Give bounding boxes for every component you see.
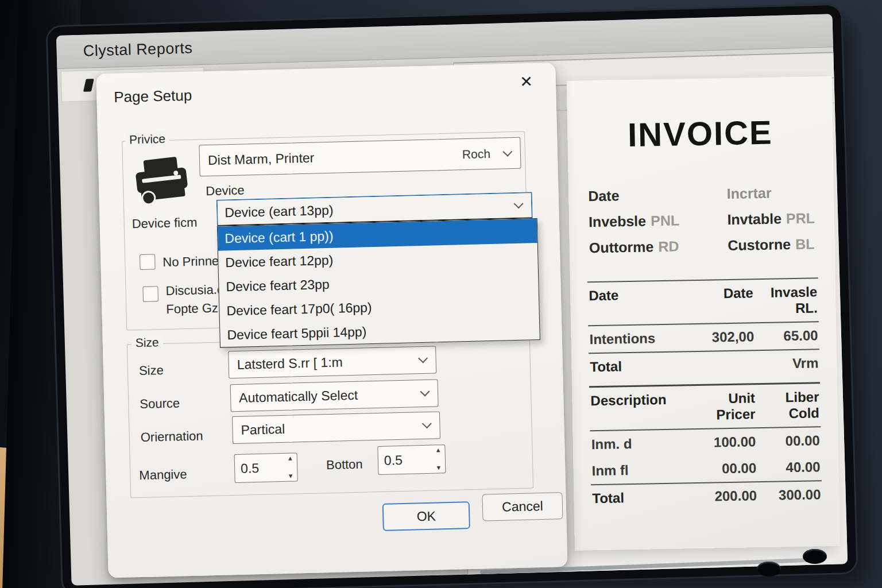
source-combobox[interactable]: Automatically Select xyxy=(230,379,439,412)
cell xyxy=(691,369,755,370)
chevron-down-icon xyxy=(422,419,432,428)
monitor-button[interactable] xyxy=(757,562,781,577)
bottom-row-label: Botton xyxy=(326,457,363,473)
bottom-value: 0.5 xyxy=(384,452,403,468)
column-header: Liber Cold xyxy=(755,389,819,422)
chevron-down-icon xyxy=(514,199,524,208)
table-row: Total Vrm xyxy=(589,349,820,380)
monitor-screen: Clystal Reports INVOICE Date InvebslePNL… xyxy=(47,5,856,588)
printer-combo-right-label: Roch xyxy=(462,147,491,161)
printer-icon xyxy=(129,154,194,211)
chevron-down-icon xyxy=(418,354,428,363)
desktop: Clystal Reports INVOICE Date InvebslePNL… xyxy=(56,14,848,585)
device-combobox-value: Device (eart 13pp) xyxy=(225,202,334,220)
size-value: Latsterd S.rr [ 1:m xyxy=(237,354,343,372)
invoice-meta-label: Incrtar xyxy=(726,185,771,202)
disc-checkbox[interactable] xyxy=(142,286,158,302)
invoice-meta-label: Invebsle xyxy=(589,213,647,230)
column-header: Date xyxy=(589,286,690,304)
cell: Inm fl xyxy=(591,461,693,479)
table-row: Inm. d 100.00 00.00 xyxy=(590,426,821,458)
monitor-photo: Clystal Reports INVOICE Date InvebslePNL… xyxy=(0,0,882,588)
invoice-meta-value: PRL xyxy=(786,210,815,226)
orientation-row-label: Oriernation xyxy=(140,428,203,445)
cell: 302,00 xyxy=(690,328,754,346)
table-row: Intentions 302,00 65.00 xyxy=(588,321,819,353)
cell: Total xyxy=(592,489,693,506)
monitor-button[interactable] xyxy=(803,549,827,564)
cell: 00.00 xyxy=(756,432,820,450)
device-field-label: Device ficm xyxy=(131,215,197,232)
cell: 00.00 xyxy=(692,460,756,477)
bottom-spinner[interactable]: 0.5 ▲▼ xyxy=(377,444,446,475)
invoice-meta: Date InvebslePNL OuttormeRD Incrtar Invt… xyxy=(586,184,818,256)
device-dropdown-list: Device (cart 1 pp)) Device feart 12pp) D… xyxy=(217,218,540,348)
spinner-arrows-icon[interactable]: ▲▼ xyxy=(435,447,442,471)
cell: Inm. d xyxy=(591,435,693,452)
table-header-row: Date Date Invasle RL. xyxy=(587,277,819,325)
disc-checkbox-label-line2: Fopte Gz xyxy=(166,301,218,317)
page-setup-dialog: Page Setup ✕ Privice Dist Marm, Printer … xyxy=(96,63,567,578)
cell: Vrm xyxy=(755,355,819,372)
invoice-meta-label: Date xyxy=(588,187,620,204)
dialog-title: Page Setup xyxy=(114,87,192,106)
close-icon[interactable]: ✕ xyxy=(520,72,533,91)
orientation-value: Partical xyxy=(241,421,285,438)
cell: 100.00 xyxy=(692,434,756,451)
cell: Intentions xyxy=(589,330,690,347)
invoice-meta-label: Outtorme xyxy=(589,238,654,256)
table-total-row: Total 200.00 300.00 xyxy=(591,480,822,512)
disc-checkbox-label-line1: Discusia.e xyxy=(165,282,224,298)
toolbar-icon xyxy=(83,79,94,92)
ok-button[interactable]: OK xyxy=(382,501,470,531)
table-header-row: Description Unit Pricer Liber Cold xyxy=(589,382,821,430)
device-caption: Device xyxy=(206,183,245,199)
chevron-down-icon xyxy=(420,386,430,396)
size-group-label: Size xyxy=(131,335,163,350)
invoice-meta-left: Date InvebslePNL OuttormeRD xyxy=(588,186,680,256)
invoice-summary-table: Date Date Invasle RL. Intentions 302,00 … xyxy=(587,277,820,380)
invoice-meta-label: Invtable xyxy=(727,210,782,227)
printer-name-value: Dist Marm, Printer xyxy=(208,150,315,169)
column-header: Invasle RL. xyxy=(753,284,818,317)
size-combobox[interactable]: Latsterd S.rr [ 1:m xyxy=(228,346,436,378)
app-title: Clystal Reports xyxy=(83,39,192,60)
no-printer-checkbox[interactable] xyxy=(140,254,156,270)
invoice-meta-label: Custorne xyxy=(728,236,791,253)
cell: 65.00 xyxy=(754,327,818,345)
invoice-meta-value: PNL xyxy=(651,212,679,229)
cell: 200.00 xyxy=(693,488,757,505)
source-row-label: Source xyxy=(140,396,180,412)
invoice-preview: INVOICE Date InvebslePNL OuttormeRD Incr… xyxy=(567,76,840,551)
spinner-arrows-icon[interactable]: ▲▼ xyxy=(287,455,294,479)
column-header: Description xyxy=(590,391,691,409)
size-row-label: Size xyxy=(139,363,164,378)
chevron-down-icon xyxy=(502,146,512,156)
invoice-title: INVOICE xyxy=(585,112,816,154)
column-header: Date xyxy=(689,285,753,302)
cell: Total xyxy=(590,357,691,375)
table-row: Inm fl 00.00 40.00 xyxy=(590,454,822,484)
cancel-button[interactable]: Cancel xyxy=(482,492,563,521)
printer-group-label: Privice xyxy=(125,132,170,147)
cell: 40.00 xyxy=(756,459,821,476)
margin-row-label: Mangive xyxy=(139,467,187,483)
source-value: Automatically Select xyxy=(239,387,358,405)
margin-value: 0.5 xyxy=(241,461,260,477)
margin-spinner[interactable]: 0.5 ▲▼ xyxy=(234,452,298,483)
no-printer-checkbox-label: No Prinne xyxy=(163,254,219,270)
column-header: Unit Pricer xyxy=(691,390,755,423)
invoice-meta-right: Incrtar InvtablePRL CustorneBL xyxy=(726,184,815,254)
invoice-meta-value: RD xyxy=(658,238,679,255)
orientation-combobox[interactable]: Partical xyxy=(232,411,440,444)
invoice-items-table: Description Unit Pricer Liber Cold Inm. … xyxy=(589,382,822,512)
invoice-meta-value: BL xyxy=(795,235,815,252)
cell: 300.00 xyxy=(757,486,821,504)
